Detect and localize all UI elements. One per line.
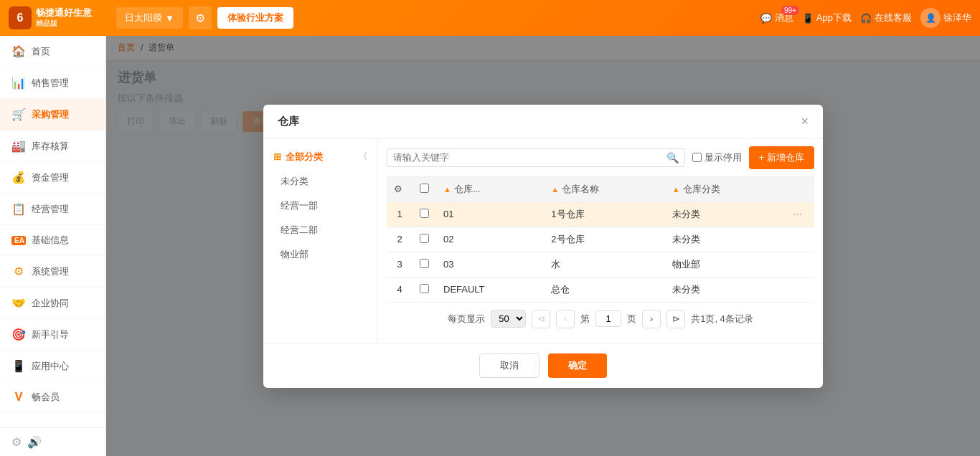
member-icon: V (11, 391, 26, 404)
table-body: 1 01 1号仓库 未分类 ··· (387, 201, 814, 302)
settings-bottom-icon[interactable]: ⚙ (11, 435, 22, 449)
sidebar-item-guide[interactable]: 🎯 新手引导 (0, 319, 105, 351)
sidebar-label-sales: 销售管理 (32, 77, 69, 90)
table-row[interactable]: 1 01 1号仓库 未分类 ··· (387, 201, 814, 227)
select-all-checkbox[interactable] (420, 184, 429, 193)
row-actions-2 (786, 227, 814, 252)
row-checkbox-3 (413, 252, 436, 277)
show-disabled-checkbox[interactable] (692, 153, 702, 162)
search-input[interactable] (393, 152, 662, 163)
add-warehouse-button[interactable]: + 新增仓库 (749, 146, 814, 169)
top-navigation: 6 畅捷通好生意 精品版 日太阳膜 ▼ ⚙ 体验行业方案 💬 消息 99+ 📱 … (0, 0, 980, 36)
row-checkbox-1 (413, 201, 436, 227)
ea-icon: EA (11, 236, 26, 245)
sidebar-item-purchase[interactable]: 🛒 采购管理 (0, 99, 105, 130)
sidebar-label-operation: 经营管理 (32, 203, 69, 216)
sidebar-item-basic-info[interactable]: EA 基础信息 (0, 225, 105, 256)
table-row[interactable]: 4 DEFAULT 总仓 未分类 (387, 277, 814, 302)
modal-close-button[interactable]: × (801, 115, 809, 128)
sidebar-item-home[interactable]: 🏠 首页 (0, 36, 105, 67)
modal-body: ⊞ 全部分类 《 未分类 经营一部 经营二部 (263, 139, 823, 343)
sidebar-item-member[interactable]: V 畅会员 (0, 382, 105, 413)
inventory-icon: 🏭 (11, 139, 26, 153)
sidebar-item-inventory[interactable]: 🏭 库存核算 (0, 130, 105, 162)
page-input[interactable] (595, 310, 621, 327)
sidebar-label-home: 首页 (32, 45, 50, 58)
sidebar-bottom: ⚙ 🔊 (0, 427, 105, 456)
collapse-button[interactable]: 《 (359, 151, 367, 163)
row-num-4: 4 (387, 277, 413, 302)
per-page-label: 每页显示 (448, 313, 485, 326)
system-icon: ⚙ (11, 265, 26, 278)
row-name-4: 总仓 (544, 277, 664, 302)
sidebar-item-finance[interactable]: 💰 资金管理 (0, 162, 105, 194)
th-category: ▲ 仓库分类 (665, 176, 786, 201)
sales-icon: 📊 (11, 76, 26, 90)
last-page-btn[interactable]: ⊳ (666, 310, 685, 328)
row-category-4: 未分类 (665, 277, 786, 302)
row-checkbox-2 (413, 227, 436, 252)
table-row[interactable]: 3 03 水 物业部 (387, 252, 814, 277)
store-dropdown[interactable]: 日太阳膜 ▼ (116, 7, 183, 29)
online-service-button[interactable]: 🎧 在线客服 (860, 11, 912, 24)
search-icon[interactable]: 🔍 (666, 152, 679, 163)
first-page-btn[interactable]: ⊲ (532, 310, 550, 328)
th-settings: ⚙ (387, 176, 413, 201)
table-area: 🔍 显示停用 + 新增仓库 (378, 139, 823, 343)
per-page-select[interactable]: 50 (491, 310, 526, 328)
cancel-button[interactable]: 取消 (479, 353, 540, 378)
table-row[interactable]: 2 02 2号仓库 未分类 (387, 227, 814, 252)
row-code-4: DEFAULT (436, 277, 544, 302)
main-layout: 🏠 首页 📊 销售管理 🛒 采购管理 🏭 库存核算 💰 资金管理 📋 经营管理 … (0, 36, 980, 456)
row-action-btn-1[interactable]: ··· (793, 208, 802, 221)
app-download-button[interactable]: 📱 App下载 (802, 11, 852, 24)
sidebar-item-enterprise[interactable]: 🤝 企业协同 (0, 288, 105, 319)
row-num-2: 2 (387, 227, 413, 252)
trial-button[interactable]: 体验行业方案 (217, 7, 293, 29)
app-subtitle: 精品版 (36, 19, 92, 29)
search-box: 🔍 (387, 148, 685, 167)
confirm-button[interactable]: 确定 (548, 353, 607, 378)
speaker-icon[interactable]: 🔊 (27, 435, 42, 449)
nav-center: 日太阳膜 ▼ ⚙ 体验行业方案 (116, 6, 753, 29)
operation-icon: 📋 (11, 202, 26, 216)
th-code: ▲ 仓库... (436, 176, 544, 201)
sidebar-label-member: 畅会员 (32, 391, 60, 404)
prev-page-btn[interactable]: ‹ (556, 310, 575, 328)
gear-icon: ⚙ (195, 11, 205, 25)
dropdown-arrow-icon: ▼ (165, 13, 174, 24)
warehouse-table: ⚙ ▲ 仓库... (387, 176, 814, 303)
avatar: 👤 (920, 8, 941, 28)
sidebar-item-apps[interactable]: 📱 应用中心 (0, 351, 105, 382)
message-button[interactable]: 💬 消息 99+ (760, 11, 793, 24)
sidebar-label-purchase: 采购管理 (32, 108, 69, 121)
settings-button[interactable]: ⚙ (189, 6, 212, 29)
cat-item-property[interactable]: 物业部 (263, 242, 377, 267)
message-icon: 💬 (760, 13, 772, 24)
sidebar-label-guide: 新手引导 (32, 328, 69, 341)
sidebar-label-enterprise: 企业协同 (32, 297, 69, 310)
purchase-icon: 🛒 (11, 108, 26, 121)
sidebar-item-operation[interactable]: 📋 经营管理 (0, 194, 105, 225)
next-page-btn[interactable]: › (642, 310, 661, 328)
row-name-1: 1号仓库 (544, 201, 664, 227)
sidebar-label-apps: 应用中心 (32, 360, 69, 373)
show-disabled-label[interactable]: 显示停用 (692, 151, 742, 164)
user-menu[interactable]: 👤 徐泽华 (920, 8, 971, 28)
sidebar-item-system[interactable]: ⚙ 系统管理 (0, 256, 105, 288)
sidebar-item-sales[interactable]: 📊 销售管理 (0, 67, 105, 99)
sidebar-label-finance: 资金管理 (32, 171, 69, 184)
finance-icon: 💰 (11, 171, 26, 184)
all-categories-label: 全部分类 (286, 151, 323, 163)
grid-icon: ⊞ (273, 151, 281, 162)
sidebar: 🏠 首页 📊 销售管理 🛒 采购管理 🏭 库存核算 💰 资金管理 📋 经营管理 … (0, 36, 106, 456)
nav-right: 💬 消息 99+ 📱 App下载 🎧 在线客服 👤 徐泽华 (760, 8, 971, 28)
row-name-2: 2号仓库 (544, 227, 664, 252)
cat-item-dept2[interactable]: 经营二部 (263, 218, 377, 242)
cat-item-dept1[interactable]: 经营一部 (263, 194, 377, 218)
th-name: ▲ 仓库名称 (544, 176, 664, 201)
row-code-3: 03 (436, 252, 544, 277)
row-code-1: 01 (436, 201, 544, 227)
all-categories-header[interactable]: ⊞ 全部分类 《 (263, 145, 377, 169)
cat-item-unclassified[interactable]: 未分类 (263, 169, 377, 194)
